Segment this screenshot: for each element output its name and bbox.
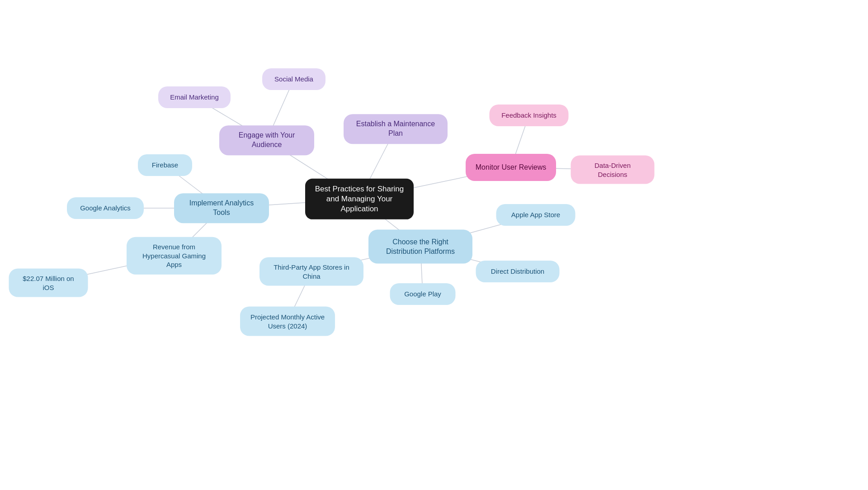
node-direct-distribution[interactable]: Direct Distribution (476, 261, 560, 282)
node-social-media[interactable]: Social Media (262, 68, 326, 90)
center-node[interactable]: Best Practices for Sharing and Managing … (305, 179, 414, 219)
node-projected-users[interactable]: Projected Monthly Active Users (2024) (240, 307, 335, 336)
node-engage[interactable]: Engage with Your Audience (219, 125, 314, 155)
node-firebase[interactable]: Firebase (138, 154, 192, 176)
node-choose-distribution[interactable]: Choose the Right Distribution Platforms (368, 230, 472, 264)
node-feedback-insights[interactable]: Feedback Insights (490, 105, 569, 126)
node-email-marketing[interactable]: Email Marketing (158, 86, 231, 108)
node-implement-analytics[interactable]: Implement Analytics Tools (174, 193, 269, 223)
mindmap-container: Best Practices for Sharing and Managing … (0, 0, 868, 490)
node-google-play[interactable]: Google Play (390, 283, 456, 305)
node-revenue-gaming[interactable]: Revenue from Hypercasual Gaming Apps (127, 237, 222, 275)
node-establish-maintenance[interactable]: Establish a Maintenance Plan (344, 114, 448, 144)
node-apple-store[interactable]: Apple App Store (496, 204, 576, 226)
node-data-driven[interactable]: Data-Driven Decisions (571, 156, 655, 184)
node-google-analytics[interactable]: Google Analytics (67, 197, 144, 219)
node-third-party-china[interactable]: Third-Party App Stores in China (259, 257, 363, 286)
node-ios-revenue[interactable]: $22.07 Million on iOS (9, 269, 88, 297)
node-monitor-reviews[interactable]: Monitor User Reviews (466, 154, 556, 181)
